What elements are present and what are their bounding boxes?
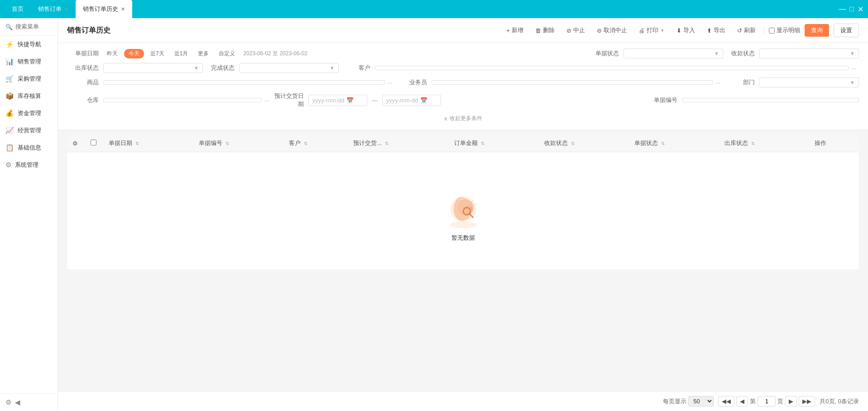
bill-status-select[interactable]: ▼ bbox=[623, 48, 723, 58]
date-btn-7days[interactable]: 近7天 bbox=[147, 49, 168, 58]
page-number-input[interactable] bbox=[758, 396, 776, 406]
sidebar-search[interactable]: 🔍 搜索菜单 bbox=[0, 18, 58, 36]
receipt-status-label: 收款状态 bbox=[723, 49, 759, 58]
th-bill-no[interactable]: 单据编号 ⇅ bbox=[193, 135, 283, 152]
new-button[interactable]: + 新增 bbox=[503, 24, 528, 36]
export-button[interactable]: ⬆ 导出 bbox=[703, 24, 729, 36]
date-btn-today[interactable]: 今天 bbox=[124, 49, 144, 58]
complete-status-select[interactable]: ▼ bbox=[239, 63, 339, 73]
out-status-select[interactable]: ▼ bbox=[103, 63, 203, 73]
finance-icon: 💰 bbox=[5, 109, 14, 117]
goods-select[interactable] bbox=[103, 80, 385, 85]
th-settings[interactable]: ⚙ bbox=[67, 135, 85, 152]
first-page-btn[interactable]: ◀◀ bbox=[718, 396, 734, 406]
customer-dots[interactable]: ··· bbox=[849, 65, 859, 72]
sidebar-item-sales-mgmt-label: 销售管理 bbox=[18, 58, 41, 66]
collapse-link[interactable]: ∧ 收起更多条件 bbox=[67, 113, 859, 124]
data-table: ⚙ 单据日期 ⇅ 单据编号 ⇅ bbox=[67, 135, 859, 269]
dept-select[interactable]: ▼ bbox=[759, 77, 859, 87]
sales-mgmt-icon: 📊 bbox=[5, 58, 14, 66]
sidebar-item-finance[interactable]: 💰 资金管理 bbox=[0, 105, 58, 122]
date-from-input[interactable]: yyyy-mm-dd 📅 bbox=[308, 95, 367, 106]
date-btn-1month[interactable]: 近1月 bbox=[171, 49, 192, 58]
bill-no-input[interactable] bbox=[682, 98, 859, 102]
maximize-btn[interactable]: □ bbox=[849, 5, 854, 13]
next-page-btn[interactable]: ▶ bbox=[785, 396, 797, 406]
sidebar-item-purchase-mgmt[interactable]: 🛒 采购管理 bbox=[0, 70, 58, 87]
salesperson-dots[interactable]: ··· bbox=[713, 79, 723, 86]
import-icon: ⬇ bbox=[676, 27, 681, 34]
content-area: 销售订单历史 + 新增 🗑 删除 ⊘ 中止 ⊘ bbox=[58, 18, 868, 411]
settings-button[interactable]: 设置 bbox=[834, 24, 859, 37]
sidebar-item-quick-nav[interactable]: ⚡ 快捷导航 bbox=[0, 36, 58, 53]
tab-sales-order-label: 销售订单 bbox=[38, 5, 62, 13]
new-label: 新增 bbox=[512, 26, 523, 34]
import-button[interactable]: ⬇ 导入 bbox=[673, 24, 699, 36]
th-receipt-status[interactable]: 收款状态 ⇅ bbox=[539, 135, 629, 152]
window-close-btn[interactable]: ✕ bbox=[858, 5, 863, 14]
warehouse-select[interactable] bbox=[103, 98, 262, 102]
stop-button[interactable]: ⊘ 中止 bbox=[563, 24, 589, 36]
print-button[interactable]: 🖨 打印 ▼ bbox=[635, 24, 668, 36]
inventory-icon: 📦 bbox=[5, 92, 14, 100]
th-checkbox[interactable] bbox=[85, 135, 103, 152]
collapse-label: 收起更多条件 bbox=[450, 115, 482, 122]
last-page-btn[interactable]: ▶▶ bbox=[799, 396, 815, 406]
th-out-status[interactable]: 出库状态 ⇅ bbox=[719, 135, 809, 152]
tab-sales-order[interactable]: 销售订单 ✕ bbox=[31, 0, 76, 18]
receipt-status-select[interactable]: ▼ bbox=[759, 48, 859, 58]
salesperson-select[interactable] bbox=[432, 80, 713, 85]
warehouse-label: 仓库 bbox=[67, 96, 103, 104]
query-button[interactable]: 查询 bbox=[805, 24, 829, 37]
refresh-label: 刷新 bbox=[744, 26, 756, 34]
filter-area: 单据日期 昨天 今天 近7天 近1月 更多 自定义 2023-06-02 至 2… bbox=[58, 43, 868, 130]
refresh-button[interactable]: ↺ 刷新 bbox=[734, 24, 759, 36]
per-page-select[interactable]: 50 10 20 100 bbox=[688, 396, 714, 406]
sidebar-item-operations[interactable]: 📈 经营管理 bbox=[0, 122, 58, 139]
date-to-input[interactable]: yyyy-mm-dd 📅 bbox=[382, 95, 441, 106]
select-all-checkbox[interactable] bbox=[91, 140, 96, 145]
toolbar: + 新增 🗑 删除 ⊘ 中止 ⊘ 取消中止 bbox=[503, 24, 859, 37]
minimize-btn[interactable]: — bbox=[839, 5, 846, 13]
settings-gear-icon[interactable]: ⚙ bbox=[72, 140, 78, 147]
collapse-arrow-icon: ∧ bbox=[444, 116, 448, 122]
th-order-amount-sort-icon: ⇅ bbox=[481, 141, 484, 146]
th-expected-delivery[interactable]: 预计交货... ⇅ bbox=[348, 135, 449, 152]
svg-point-0 bbox=[450, 221, 477, 228]
tab-sales-order-history-close[interactable]: ✕ bbox=[121, 6, 125, 12]
th-bill-status[interactable]: 单据状态 ⇅ bbox=[629, 135, 719, 152]
warehouse-dots[interactable]: ··· bbox=[262, 97, 272, 104]
sidebar-item-inventory[interactable]: 📦 库存核算 bbox=[0, 87, 58, 105]
date-range-text: 2023-06-02 至 2023-06-02 bbox=[243, 50, 307, 58]
sidebar-item-sys-mgmt[interactable]: ⚙ 系统管理 bbox=[0, 156, 58, 174]
date-btn-more[interactable]: 更多 bbox=[194, 49, 212, 58]
prev-page-btn[interactable]: ◀ bbox=[736, 396, 748, 406]
tab-sales-order-history[interactable]: 销售订单历史 ✕ bbox=[76, 0, 132, 18]
th-customer[interactable]: 客户 ⇅ bbox=[283, 135, 348, 152]
empty-text: 暂无数据 bbox=[451, 234, 475, 242]
display-toggle-checkbox[interactable] bbox=[769, 28, 775, 34]
th-bill-no-label: 单据编号 bbox=[199, 140, 222, 146]
salesperson-label: 业务员 bbox=[395, 78, 432, 87]
sidebar-collapse-icon[interactable]: ◀ bbox=[15, 398, 20, 406]
th-date[interactable]: 单据日期 ⇅ bbox=[103, 135, 193, 152]
th-receipt-status-sort-icon: ⇅ bbox=[571, 141, 575, 146]
date-btn-yesterday[interactable]: 昨天 bbox=[103, 49, 121, 58]
goods-dots[interactable]: ··· bbox=[385, 79, 395, 86]
export-icon: ⬆ bbox=[707, 27, 712, 34]
sidebar-settings-icon[interactable]: ⚙ bbox=[5, 398, 11, 406]
tab-home[interactable]: 首页 bbox=[5, 0, 31, 18]
sidebar-item-basic-info[interactable]: 📋 基础信息 bbox=[0, 139, 58, 156]
th-customer-label: 客户 bbox=[289, 140, 301, 146]
delete-button[interactable]: 🗑 删除 bbox=[532, 24, 558, 36]
customer-select[interactable] bbox=[375, 66, 849, 70]
per-page-label: 每页显示 bbox=[663, 397, 686, 406]
tab-sales-order-close[interactable]: ✕ bbox=[64, 6, 68, 12]
main-layout: 🔍 搜索菜单 ⚡ 快捷导航 📊 销售管理 🛒 采购管理 📦 库存核算 💰 资金管… bbox=[0, 18, 868, 411]
tab-sales-order-history-label: 销售订单历史 bbox=[83, 5, 118, 13]
cancel-stop-button[interactable]: ⊘ 取消中止 bbox=[593, 24, 631, 36]
date-btn-custom[interactable]: 自定义 bbox=[215, 49, 239, 58]
th-order-amount[interactable]: 订单金额 ⇅ bbox=[449, 135, 539, 152]
display-toggle[interactable]: 显示明细 bbox=[769, 26, 800, 34]
sidebar-item-sales-mgmt[interactable]: 📊 销售管理 bbox=[0, 53, 58, 70]
